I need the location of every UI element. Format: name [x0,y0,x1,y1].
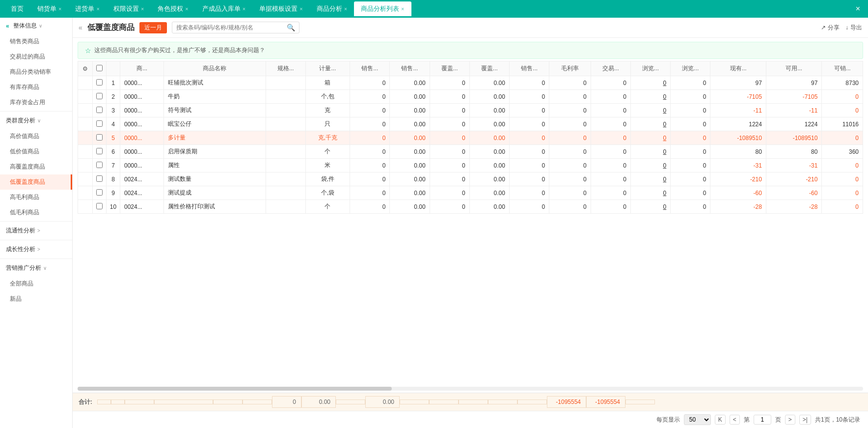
close-icon[interactable]: × [141,6,144,12]
sidebar-section-growth[interactable]: 成长性分析 > [0,241,72,257]
sidebar-item-stock-fund[interactable]: 库存资金占用 [0,95,72,110]
page-size-select[interactable]: 50 100 200 [684,414,711,425]
sidebar-item-high-value[interactable]: 高价值商品 [0,129,72,144]
cell-view1[interactable]: 0 [631,131,671,145]
sidebar-item-new-products[interactable]: 新品 [0,291,72,307]
row-checkbox[interactable] [96,189,103,196]
cell-view1[interactable]: 0 [631,200,671,214]
page-number-input[interactable] [754,415,771,425]
cell-view1[interactable]: 0 [631,172,671,186]
cell-view1[interactable]: 0 [631,186,671,200]
period-button[interactable]: 近一月 [139,22,167,33]
row-checkbox[interactable] [96,93,103,99]
cell-view1[interactable]: 0 [631,145,671,159]
col-cover2[interactable]: 覆盖... [469,61,509,76]
sidebar-item-all-products[interactable]: 全部商品 [0,276,72,291]
horizontal-scrollbar[interactable] [78,387,863,391]
cell-trade: 0 [591,117,630,131]
last-page-button[interactable]: >| [799,415,811,425]
row-checkbox[interactable] [96,148,103,154]
nav-tab-sales[interactable]: 销货单 × [30,1,68,16]
col-name[interactable]: 商品名称 [164,61,266,76]
sidebar-item-high-margin[interactable]: 高毛利商品 [0,190,72,205]
sidebar-item-traded-products[interactable]: 交易过的商品 [0,49,72,64]
nav-tab-template[interactable]: 单据模板设置 × [252,1,309,16]
select-all-checkbox[interactable] [96,65,103,71]
col-stock3[interactable]: 可销... [822,61,863,76]
cell-settings [78,104,93,117]
nav-tab-purchase[interactable]: 进货单 × [68,1,106,16]
sidebar-section-class[interactable]: 类群度分析 ∨ [0,113,72,129]
cell-name: 旺辅批次测试 [164,76,266,90]
col-spec[interactable]: 规格... [266,61,305,76]
cell-view1[interactable]: 0 [631,90,671,104]
row-checkbox[interactable] [96,203,103,209]
cell-view1[interactable]: 0 [631,117,671,131]
row-checkbox[interactable] [96,175,103,182]
sidebar-section-flow[interactable]: 流通性分析 > [0,223,72,239]
col-unit[interactable]: 计量... [305,61,350,76]
sidebar-item-low-margin[interactable]: 低毛利商品 [0,205,72,220]
col-sale-amt[interactable]: 销售... [390,61,430,76]
close-all-button[interactable]: × [852,4,864,13]
sidebar-item-low-cover[interactable]: 低覆盖度商品 [0,174,72,190]
col-view1[interactable]: 浏览... [631,61,671,76]
first-page-button[interactable]: K [715,415,726,425]
close-icon[interactable]: × [58,6,61,12]
sidebar-item-low-value[interactable]: 低价值商品 [0,144,72,159]
cell-checkbox [93,159,107,172]
footer-cell-stock1: -1095554 [547,396,586,408]
search-icon[interactable]: 🔍 [287,24,295,31]
sidebar-section-marketing[interactable]: 营销推广分析 ∨ [0,260,72,276]
col-code[interactable]: 商... [120,61,164,76]
col-sale3[interactable]: 销售... [509,61,549,76]
export-icon: ↓ [845,24,848,31]
nav-tab-home[interactable]: 首页 [4,1,30,16]
cell-stock2: 97 [766,76,822,90]
nav-tab-role[interactable]: 角色授权 × [151,1,195,16]
prev-page-button[interactable]: < [730,415,740,425]
close-icon[interactable]: × [299,6,302,12]
row-checkbox[interactable] [96,107,103,113]
close-icon[interactable]: × [185,6,188,12]
col-cover1[interactable]: 覆盖... [430,61,469,76]
col-stock2[interactable]: 可用... [766,61,822,76]
col-sale-qty[interactable]: 销售... [350,61,390,76]
sidebar-item-category-rate[interactable]: 商品分类动销率 [0,64,72,80]
col-margin[interactable]: 毛利率 [549,61,591,76]
search-input[interactable] [176,24,285,31]
col-trade[interactable]: 交易... [591,61,630,76]
nav-tab-permissions[interactable]: 权限设置 × [107,1,151,16]
row-checkbox[interactable] [96,79,103,86]
col-view2[interactable]: 浏览... [671,61,710,76]
col-settings[interactable]: ⚙ [78,61,93,76]
sidebar-item-sales-products[interactable]: 销售类商品 [0,34,72,49]
scrollbar-thumb[interactable] [78,387,392,391]
cell-view1[interactable]: 0 [631,159,671,172]
cell-view2: 0 [671,200,710,214]
close-icon[interactable]: × [96,6,99,12]
cell-view1[interactable]: 0 [631,104,671,117]
cell-cover2: 0.00 [469,104,509,117]
nav-tab-analysis[interactable]: 商品分析 × [310,1,354,16]
sidebar-section-overview[interactable]: « 整体信息 ∨ [0,18,72,34]
row-checkbox[interactable] [96,162,103,168]
sidebar-item-high-cover[interactable]: 高覆盖度商品 [0,159,72,174]
row-checkbox[interactable] [96,134,103,141]
col-stock1[interactable]: 现有... [710,61,766,76]
sidebar-item-in-stock[interactable]: 有库存商品 [0,80,72,95]
collapse-button[interactable]: « [79,24,82,31]
cell-name: 测试数量 [164,172,266,186]
share-button[interactable]: ↗ 分享 [821,24,840,32]
nav-tab-product-in[interactable]: 产成品入库单 × [195,1,252,16]
cell-view1[interactable]: 0 [631,76,671,90]
next-page-button[interactable]: > [785,415,795,425]
close-icon[interactable]: × [243,6,245,12]
close-icon[interactable]: × [344,6,347,12]
export-button[interactable]: ↓ 导出 [845,24,862,32]
cell-checkbox [93,200,107,214]
nav-tab-analysis-list[interactable]: 商品分析列表 × [354,1,411,16]
collapse-sidebar-icon[interactable]: « [6,23,9,29]
close-icon[interactable]: × [401,6,404,12]
row-checkbox[interactable] [96,120,103,127]
